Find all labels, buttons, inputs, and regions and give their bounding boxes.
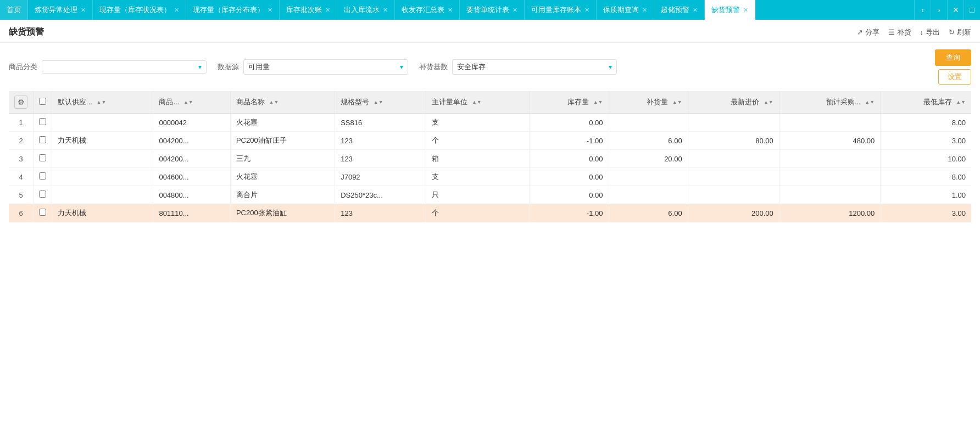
nav-item-expiry[interactable]: 保质期查询 ✕	[597, 0, 654, 20]
close-tab-expiry[interactable]: ✕	[642, 7, 647, 14]
select-all-checkbox[interactable]	[39, 98, 46, 105]
nav-controls: ‹ › ✕ □	[914, 0, 980, 20]
th-supplier: 默认供应... ▲▼	[52, 91, 153, 114]
close-tab-shortage[interactable]: ✕	[743, 7, 748, 14]
sort-stock-icon[interactable]: ▲▼	[593, 100, 603, 105]
row-code: 004800...	[153, 186, 231, 204]
close-tab-order-stat[interactable]: ✕	[513, 7, 517, 14]
replenish-select[interactable]: 安全库存 ▾	[452, 59, 617, 75]
category-select[interactable]: ▾	[42, 60, 207, 74]
replenish-button[interactable]: ☰ 补货	[888, 27, 911, 37]
table-row[interactable]: 1 0000042 火花塞 SS816 支 0.00 8.00	[9, 114, 971, 132]
table-body: 1 0000042 火花塞 SS816 支 0.00 8.00 2 力天机械 0…	[9, 114, 971, 222]
maximize-button[interactable]: □	[964, 0, 980, 20]
table-row[interactable]: 2 力天机械 004200... PC200油缸庄子 123 个 -1.00 6…	[9, 132, 971, 150]
next-tab-button[interactable]: ›	[931, 0, 947, 20]
sort-name-icon[interactable]: ▲▼	[269, 100, 279, 105]
nav-label-home: 首页	[7, 5, 21, 15]
row-name: 三九	[230, 150, 335, 168]
row-latest-price: 200.00	[688, 204, 779, 222]
refresh-button[interactable]: ↻ 刷新	[949, 27, 971, 37]
sort-replenish-icon[interactable]: ▲▼	[672, 100, 682, 105]
query-button[interactable]: 查询	[935, 49, 971, 66]
row-min-stock: 8.00	[881, 168, 971, 186]
row-unit: 只	[426, 186, 530, 204]
nav-item-home[interactable]: 首页	[0, 0, 28, 20]
share-button[interactable]: ↗ 分享	[857, 27, 879, 37]
close-tab-inventory-status[interactable]: ✕	[174, 7, 179, 14]
table-row[interactable]: 3 004200... 三九 123 箱 0.00 20.00 10.00	[9, 150, 971, 168]
table-row[interactable]: 6 力天机械 801110... PC200张紧油缸 123 个 -1.00 6…	[9, 204, 971, 222]
replenish-icon: ☰	[888, 28, 895, 36]
close-window-button[interactable]: ✕	[947, 0, 964, 20]
close-tab-available-ledger[interactable]: ✕	[584, 7, 589, 14]
nav-item-batch-account[interactable]: 库存批次账 ✕	[280, 0, 337, 20]
nav-item-available-ledger[interactable]: 可用量库存账本 ✕	[525, 0, 597, 20]
row-checkbox[interactable]	[39, 154, 46, 161]
row-checkbox[interactable]	[39, 118, 46, 125]
row-checkbox-cell	[34, 204, 52, 222]
share-icon: ↗	[857, 28, 863, 36]
export-icon: ↓	[920, 28, 924, 36]
sort-unit-icon[interactable]: ▲▼	[472, 100, 482, 105]
row-settings-cell: 3	[9, 150, 34, 168]
row-stock: -1.00	[530, 132, 609, 150]
nav-item-overstock[interactable]: 超储预警 ✕	[654, 0, 705, 20]
row-spec: 123	[335, 204, 426, 222]
th-name: 商品名称 ▲▼	[230, 91, 335, 114]
close-tab-inout-flow[interactable]: ✕	[383, 7, 388, 14]
datasource-filter-group: 数据源 可用量 ▾	[218, 59, 408, 75]
nav-label-order-stat: 要货单统计表	[466, 5, 509, 15]
close-tab-overstock[interactable]: ✕	[693, 7, 698, 14]
settings-button[interactable]: 设置	[938, 69, 971, 85]
nav-item-abnormal[interactable]: 炼货异常处理 ✕	[28, 0, 93, 20]
nav-item-inventory-status[interactable]: 现存量（库存状况表） ✕	[93, 0, 186, 20]
nav-label-available-ledger: 可用量库存账本	[531, 5, 581, 15]
close-tab-collect-summary[interactable]: ✕	[448, 7, 453, 14]
nav-item-inventory-dist[interactable]: 现存量（库存分布表） ✕	[186, 0, 280, 20]
table-row[interactable]: 4 004600... 火花塞 J7092 支 0.00 8.00	[9, 168, 971, 186]
prev-tab-button[interactable]: ‹	[914, 0, 931, 20]
sort-spec-icon[interactable]: ▲▼	[374, 100, 383, 105]
row-replenish	[609, 168, 688, 186]
sort-price-icon[interactable]: ▲▼	[764, 100, 773, 105]
nav-item-shortage[interactable]: 缺货预警 ✕	[705, 0, 755, 20]
row-checkbox-cell	[34, 186, 52, 204]
row-estimated-purchase: 1200.00	[779, 204, 880, 222]
page-header: 缺货预警 ↗ 分享 ☰ 补货 ↓ 导出 ↻ 刷新	[0, 20, 980, 43]
datasource-select[interactable]: 可用量 ▾	[243, 59, 408, 75]
table-row[interactable]: 5 004800... 离合片 DS250*23c... 只 0.00 1.00	[9, 186, 971, 204]
export-button[interactable]: ↓ 导出	[920, 27, 940, 37]
sort-supplier-icon[interactable]: ▲▼	[96, 100, 106, 105]
row-checkbox[interactable]	[39, 136, 46, 143]
row-name: 火花塞	[230, 114, 335, 132]
row-supplier	[52, 186, 153, 204]
row-checkbox[interactable]	[39, 209, 46, 216]
nav-item-order-stat[interactable]: 要货单统计表 ✕	[460, 0, 525, 20]
sort-estimated-icon[interactable]: ▲▼	[865, 100, 875, 105]
close-tab-inventory-dist[interactable]: ✕	[268, 7, 272, 14]
settings-gear-icon[interactable]: ⚙	[14, 96, 27, 109]
row-min-stock: 10.00	[881, 150, 971, 168]
close-tab-batch-account[interactable]: ✕	[325, 7, 330, 14]
row-checkbox[interactable]	[39, 191, 46, 198]
page-title: 缺货预警	[9, 26, 44, 38]
sort-code-icon[interactable]: ▲▼	[183, 100, 193, 105]
sort-minstock-icon[interactable]: ▲▼	[956, 100, 966, 105]
row-name: 火花塞	[230, 168, 335, 186]
row-latest-price	[688, 186, 779, 204]
row-settings-cell: 6	[9, 204, 34, 222]
close-tab-abnormal[interactable]: ✕	[81, 7, 86, 14]
row-checkbox-cell	[34, 132, 52, 150]
row-checkbox[interactable]	[39, 172, 46, 180]
share-label: 分享	[865, 27, 879, 37]
row-unit: 个	[426, 204, 530, 222]
export-label: 导出	[926, 27, 940, 37]
row-supplier: 力天机械	[52, 132, 153, 150]
nav-label-expiry: 保质期查询	[603, 5, 639, 15]
nav-item-collect-summary[interactable]: 收发存汇总表 ✕	[395, 0, 460, 20]
nav-item-inout-flow[interactable]: 出入库流水 ✕	[337, 0, 395, 20]
th-estimated-purchase: 预计采购... ▲▼	[779, 91, 880, 114]
row-supplier	[52, 114, 153, 132]
navbar: 首页 炼货异常处理 ✕ 现存量（库存状况表） ✕ 现存量（库存分布表） ✕ 库存…	[0, 0, 980, 20]
